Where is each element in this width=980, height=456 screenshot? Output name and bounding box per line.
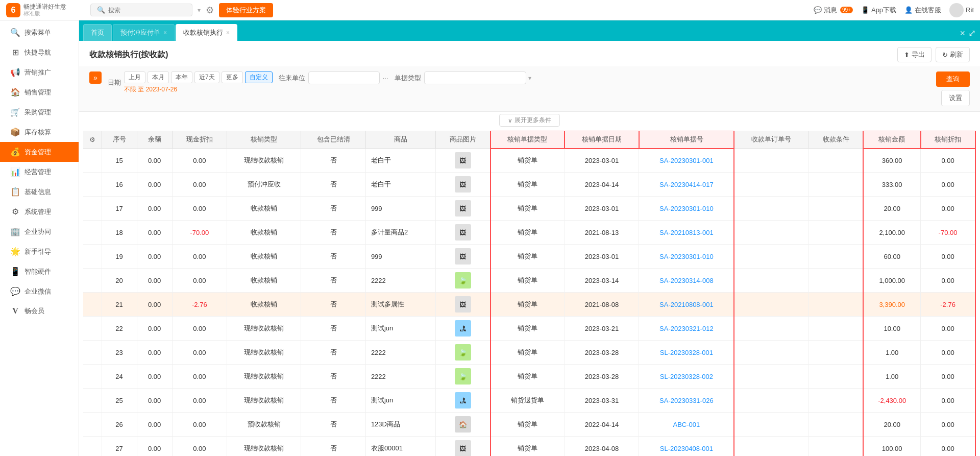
col-settings-cell[interactable]	[83, 365, 102, 389]
table-cell: 收款核销	[227, 197, 301, 221]
top-search-box[interactable]: 🔍	[90, 4, 192, 16]
col-settings-cell[interactable]	[83, 221, 102, 245]
tab-writeoff[interactable]: 收款核销执行 ×	[176, 24, 237, 41]
date-range-display: 不限 至 2023-07-26	[124, 85, 273, 94]
sidebar-item-inventory[interactable]: 📦 库存核算	[0, 122, 79, 142]
sidebar-item-member[interactable]: V 畅会员	[0, 301, 79, 321]
sidebar-item-search[interactable]: 🔍 搜索菜单	[0, 22, 79, 42]
sidebar-item-label: 智能硬件	[24, 267, 51, 276]
table-cell[interactable]: SL-20230328-002	[639, 365, 734, 389]
trial-btn[interactable]: 体验行业方案	[219, 3, 273, 17]
settings-filter-btn[interactable]: 设置	[941, 90, 970, 106]
table-cell: 0.00	[172, 389, 227, 413]
table-cell: 20.00	[863, 413, 920, 437]
col-settings-cell[interactable]	[83, 197, 102, 221]
table-cell[interactable]: SA-20230301-010	[639, 245, 734, 269]
product-image-cell: 🖼	[435, 197, 490, 221]
export-btn[interactable]: ⬆ 导出	[897, 47, 932, 62]
table-cell[interactable]: SA-20230331-026	[639, 389, 734, 413]
refresh-btn[interactable]: ↻ 刷新	[936, 47, 970, 62]
sidebar-item-enterprise[interactable]: 🏢 企业协同	[0, 222, 79, 242]
user-profile[interactable]: Rit	[949, 3, 974, 17]
custom-btn[interactable]: 自定义	[245, 71, 273, 83]
expand-conditions-btn[interactable]: ∨ 展开更多条件	[499, 114, 560, 127]
counterparty-more-icon[interactable]: ···	[383, 74, 388, 82]
app-download-btn[interactable]: 📱 App下载	[861, 6, 896, 15]
table-cell	[734, 149, 808, 173]
table-cell: 18	[102, 221, 137, 245]
table-cell[interactable]: SA-20230301-001	[639, 149, 734, 173]
sidebar-item-guide[interactable]: 🌟 新手引导	[0, 242, 79, 261]
table-cell[interactable]: SA-20230314-008	[639, 269, 734, 293]
table-cell: 999	[365, 245, 435, 269]
tab-prepay-close[interactable]: ×	[163, 29, 167, 36]
table-cell: 0.00	[172, 269, 227, 293]
col-settings-cell[interactable]	[83, 245, 102, 269]
doc-type-input[interactable]	[424, 71, 526, 84]
table-cell[interactable]: SL-20230408-001	[639, 437, 734, 457]
sidebar-item-purchase[interactable]: 🛒 采购管理	[0, 102, 79, 122]
marketing-icon: 📢	[10, 67, 20, 77]
table-cell: 预付冲应收	[227, 173, 301, 197]
col-settings[interactable]: ⚙	[83, 131, 102, 149]
col-settings-cell[interactable]	[83, 341, 102, 365]
last7-btn[interactable]: 近7天	[194, 71, 219, 83]
sidebar-item-sales[interactable]: 🏠 销售管理	[0, 82, 79, 102]
tab-writeoff-close[interactable]: ×	[226, 29, 230, 36]
this-month-btn[interactable]: 本月	[148, 71, 169, 83]
sidebar-item-marketing[interactable]: 📢 营销推广	[0, 62, 79, 82]
top-search-input[interactable]	[108, 7, 180, 14]
tab-prepay[interactable]: 预付冲应付单 ×	[113, 24, 175, 41]
col-settings-cell[interactable]	[83, 269, 102, 293]
col-settings-cell[interactable]	[83, 317, 102, 341]
sidebar-item-basic-info[interactable]: 📋 基础信息	[0, 182, 79, 202]
table-cell: 否	[301, 317, 365, 341]
last-month-btn[interactable]: 上月	[124, 71, 145, 83]
tab-home[interactable]: 首页	[83, 24, 112, 41]
this-year-btn[interactable]: 本年	[171, 71, 192, 83]
messages-btn[interactable]: 💬 消息 99+	[814, 6, 853, 15]
sidebar-item-system[interactable]: ⚙ 系统管理	[0, 202, 79, 222]
query-btn[interactable]: 查询	[936, 71, 970, 87]
sidebar-item-label: 营销推广	[24, 68, 51, 77]
tab-expand-btn[interactable]: ⤢	[968, 28, 976, 39]
sidebar-item-smart-hw[interactable]: 📱 智能硬件	[0, 261, 79, 281]
table-cell[interactable]: ABC-001	[639, 413, 734, 437]
table-row: 170.000.00收款核销否999🖼销货单2023-03-01SA-20230…	[83, 197, 975, 221]
sidebar-item-operations[interactable]: 📊 经营管理	[0, 162, 79, 182]
col-settings-cell[interactable]	[83, 149, 102, 173]
col-settings-cell[interactable]	[83, 293, 102, 317]
more-btn[interactable]: 更多	[222, 71, 243, 83]
sidebar-item-quicknav[interactable]: ⊞ 快捷导航	[0, 42, 79, 62]
doc-type-chevron-icon[interactable]: ▾	[528, 75, 531, 82]
search-chevron-icon[interactable]: ▾	[198, 7, 201, 14]
online-service-btn[interactable]: 👤 在线客服	[904, 6, 941, 15]
online-service-label: 在线客服	[915, 6, 941, 15]
sidebar-item-finance[interactable]: 💰 资金管理	[0, 142, 79, 162]
table-wrapper[interactable]: ⚙ 序号 余额 现金折扣 核销类型 包含已结清 商品 商品图片 核销单据类型 核…	[83, 131, 976, 456]
table-cell: 0.00	[137, 173, 172, 197]
counterparty-input[interactable]	[308, 71, 380, 84]
table-cell[interactable]: SA-20210813-001	[639, 221, 734, 245]
col-settings-cell[interactable]	[83, 413, 102, 437]
table-cell: 预收款核销	[227, 413, 301, 437]
table-cell: 26	[102, 413, 137, 437]
table-cell[interactable]: SA-20230414-017	[639, 173, 734, 197]
table-cell: 2023-03-28	[565, 365, 639, 389]
col-settings-cell[interactable]	[83, 173, 102, 197]
filter-expand-btn[interactable]: »	[89, 71, 102, 84]
col-settings-cell[interactable]	[83, 437, 102, 457]
table-cell: 测试jun	[365, 389, 435, 413]
page-header-actions: ⬆ 导出 ↻ 刷新	[897, 47, 970, 62]
tab-close-btn[interactable]: ×	[960, 28, 965, 39]
table-cell	[808, 269, 863, 293]
settings-icon[interactable]: ⚙	[206, 5, 214, 16]
table-cell[interactable]: SA-20210808-001	[639, 293, 734, 317]
sidebar-item-wechat[interactable]: 💬 企业微信	[0, 281, 79, 301]
col-settings-cell[interactable]	[83, 389, 102, 413]
table-cell[interactable]: SL-20230328-001	[639, 341, 734, 365]
table-cell[interactable]: SA-20230321-012	[639, 317, 734, 341]
col-receipt-condition: 收款条件	[808, 131, 863, 149]
table-cell[interactable]: SA-20230301-010	[639, 197, 734, 221]
sidebar-item-label: 企业协同	[24, 227, 51, 236]
